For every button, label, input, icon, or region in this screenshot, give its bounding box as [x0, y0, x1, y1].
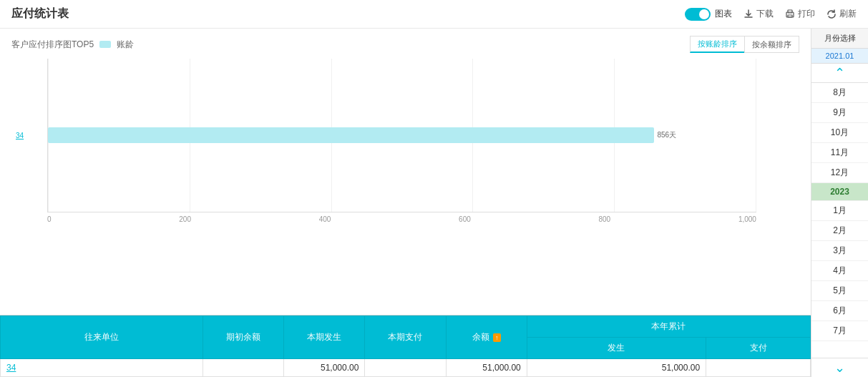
- col-current-pay-header: 本期支付: [365, 316, 446, 359]
- page-title: 应付统计表: [11, 6, 69, 21]
- sidebar-scroll-down-button[interactable]: ⌄: [811, 358, 868, 377]
- chart-legend-title: 客户应付排序图TOP5: [11, 39, 94, 51]
- balance-flag: ↑: [493, 333, 501, 342]
- cell-ytd-pay: [706, 359, 811, 377]
- refresh-button[interactable]: 刷新: [826, 8, 857, 20]
- sidebar-current-period: 2021.01: [811, 49, 868, 64]
- x-label-800: 800: [599, 215, 611, 223]
- month-sidebar: 月份选择 2021.01 ⌃ 8月 9月 10月 11月 12月 2023 1月…: [811, 29, 868, 377]
- print-label: 打印: [798, 8, 815, 20]
- download-button[interactable]: 下载: [743, 8, 774, 20]
- bar-row: 34 856天: [48, 124, 756, 146]
- x-label-1000: 1,000: [738, 215, 756, 223]
- sort-by-amount-button[interactable]: 按余额排序: [744, 36, 799, 53]
- col-unit-header: 往来单位: [1, 316, 203, 359]
- cell-current-occ: 51,000.00: [284, 359, 365, 377]
- chevron-up-icon: ⌃: [834, 66, 845, 80]
- col-current-occ-header: 本期发生: [284, 316, 365, 359]
- month-list: 8月 9月 10月 11月 12月 2023 1月 2月 3月 4月 5月 6月…: [811, 83, 868, 358]
- month-item-8[interactable]: 8月: [811, 83, 868, 103]
- chevron-down-icon: ⌄: [834, 361, 845, 375]
- download-icon: [743, 9, 754, 19]
- sidebar-header-label: 月份选择: [811, 29, 868, 49]
- month-item-11[interactable]: 11月: [811, 143, 868, 163]
- cell-current-pay: [365, 359, 446, 377]
- bar-value: 856天: [657, 130, 676, 140]
- cell-balance: 51,000.00: [446, 359, 527, 377]
- data-table: 往来单位 期初余额 本期发生 本期支付 余额 ↑ 本年累计 发生: [0, 315, 811, 377]
- sidebar-scroll-up-button[interactable]: ⌃: [811, 64, 868, 83]
- chart-toggle-group: 图表: [685, 8, 732, 21]
- download-label: 下载: [756, 8, 774, 20]
- legend-color-box: [99, 41, 111, 48]
- x-axis: 0 200 400 600 800 1,000: [47, 212, 756, 230]
- month-item-7[interactable]: 7月: [811, 321, 868, 341]
- month-item-4[interactable]: 4月: [811, 261, 868, 281]
- month-item-6[interactable]: 6月: [811, 301, 868, 321]
- refresh-label: 刷新: [839, 8, 857, 20]
- x-label-600: 600: [459, 215, 471, 223]
- cell-opening: [203, 359, 284, 377]
- month-item-9[interactable]: 9月: [811, 103, 868, 123]
- x-label-0: 0: [47, 215, 52, 223]
- col-ytd-pay-header: 支付: [706, 338, 811, 359]
- chart-label: 图表: [715, 8, 732, 20]
- svg-rect-2: [788, 15, 792, 17]
- x-label-200: 200: [179, 215, 191, 223]
- col-ytd-header: 本年累计: [527, 316, 810, 338]
- month-item-12[interactable]: 12月: [811, 163, 868, 183]
- month-item-2[interactable]: 2月: [811, 221, 868, 241]
- month-item-3[interactable]: 3月: [811, 241, 868, 261]
- month-item-10[interactable]: 10月: [811, 123, 868, 143]
- col-ytd-occ-header: 发生: [527, 338, 706, 359]
- refresh-icon: [826, 9, 837, 19]
- year-marker-2023: 2023: [811, 183, 868, 201]
- col-opening-header: 期初余额: [203, 316, 284, 359]
- bar-fill: [48, 127, 654, 143]
- bar-label[interactable]: 34: [16, 132, 24, 139]
- chart-toggle[interactable]: [685, 8, 711, 21]
- sort-by-balance-button[interactable]: 按账龄排序: [690, 36, 744, 53]
- cell-unit[interactable]: 34: [1, 359, 203, 377]
- print-icon: [785, 9, 795, 19]
- print-button[interactable]: 打印: [785, 8, 815, 20]
- col-balance-header: 余额 ↑: [446, 316, 527, 359]
- table-row: 34 51,000.00 51,000.00 51,000.00: [1, 359, 811, 377]
- month-item-5[interactable]: 5月: [811, 281, 868, 301]
- x-label-400: 400: [319, 215, 331, 223]
- chart-legend-item: 账龄: [117, 39, 134, 51]
- cell-ytd-occ: 51,000.00: [527, 359, 706, 377]
- month-item-1[interactable]: 1月: [811, 201, 868, 221]
